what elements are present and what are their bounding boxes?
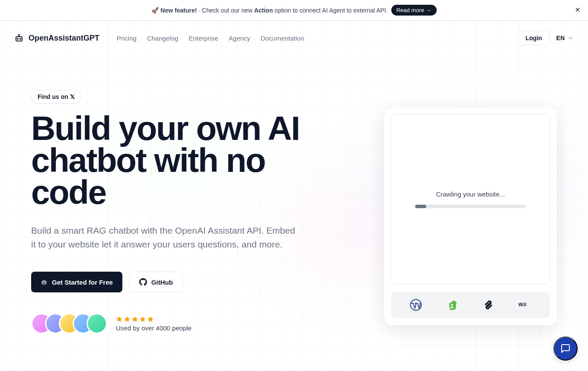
github-button[interactable]: GitHub bbox=[129, 272, 183, 292]
brand-logo[interactable]: OpenAssistantGPT bbox=[14, 33, 99, 43]
language-label: EN bbox=[556, 35, 565, 41]
nav-enterprise[interactable]: Enterprise bbox=[189, 35, 218, 42]
hero-section: Find us on 𝕏 Build your own AI chatbot w… bbox=[0, 90, 588, 334]
shopify-icon bbox=[446, 298, 459, 311]
svg-point-2 bbox=[20, 38, 21, 39]
language-selector[interactable]: EN bbox=[556, 35, 574, 41]
announcement-banner: 🚀 New feature! · Check out our new Actio… bbox=[0, 0, 588, 21]
star-icon bbox=[139, 316, 146, 323]
used-by-label: Used by over 4000 people bbox=[116, 324, 192, 332]
progress-fill bbox=[415, 205, 426, 208]
nav-agency[interactable]: Agency bbox=[229, 35, 250, 42]
bot-icon bbox=[14, 33, 24, 43]
star-icon bbox=[124, 316, 131, 323]
nav-documentation[interactable]: Documentation bbox=[261, 35, 304, 42]
progress-bar bbox=[415, 205, 526, 208]
login-button[interactable]: Login bbox=[518, 31, 549, 45]
read-more-button[interactable]: Read more → bbox=[391, 5, 437, 16]
integrations-bar: WiX bbox=[391, 292, 550, 318]
crawl-status: Crawling your website... bbox=[436, 190, 505, 198]
get-started-button[interactable]: Get Started for Free bbox=[31, 272, 122, 292]
user-avatars bbox=[31, 313, 107, 334]
github-icon bbox=[139, 278, 147, 286]
svg-point-3 bbox=[19, 35, 19, 35]
svg-point-6 bbox=[45, 282, 45, 283]
bot-icon bbox=[41, 279, 48, 285]
chevron-down-icon bbox=[567, 35, 574, 41]
avatar bbox=[86, 313, 107, 334]
star-rating bbox=[116, 316, 192, 323]
demo-preview: Crawling your website... bbox=[391, 114, 550, 285]
chat-widget-button[interactable] bbox=[553, 336, 578, 361]
chat-icon bbox=[560, 343, 571, 354]
svg-point-5 bbox=[43, 282, 43, 283]
svg-point-1 bbox=[17, 38, 18, 39]
nav-changelog[interactable]: Changelog bbox=[147, 35, 179, 42]
banner-text: 🚀 New feature! · Check out our new Actio… bbox=[151, 7, 387, 14]
star-icon bbox=[147, 316, 154, 323]
site-header: OpenAssistantGPT Pricing Changelog Enter… bbox=[0, 21, 588, 55]
star-icon bbox=[131, 316, 138, 323]
close-icon bbox=[574, 6, 581, 13]
social-proof: Used by over 4000 people bbox=[31, 313, 342, 334]
brand-name: OpenAssistantGPT bbox=[29, 34, 99, 43]
nav-pricing[interactable]: Pricing bbox=[117, 35, 137, 42]
star-icon bbox=[116, 316, 123, 323]
squarespace-icon bbox=[482, 298, 495, 311]
wix-icon: WiX bbox=[518, 298, 531, 311]
main-nav: Pricing Changelog Enterprise Agency Docu… bbox=[117, 35, 304, 42]
hero-subtitle: Build a smart RAG chatbot with the OpenA… bbox=[31, 224, 299, 251]
close-banner-button[interactable] bbox=[572, 4, 583, 16]
wordpress-icon bbox=[409, 298, 422, 311]
demo-card: Crawling your website... WiX bbox=[384, 107, 557, 325]
hero-title: Build your own AI chatbot with no code bbox=[31, 112, 342, 208]
twitter-pill[interactable]: Find us on 𝕏 bbox=[31, 90, 81, 104]
svg-text:WiX: WiX bbox=[518, 302, 527, 307]
